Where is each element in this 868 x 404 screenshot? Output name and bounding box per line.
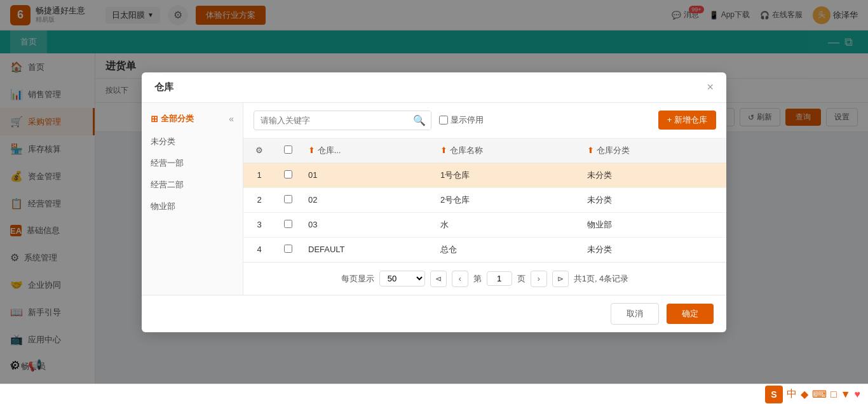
total-info: 共1页, 4条记录	[574, 273, 629, 285]
warehouse-table: ⚙ ⬆ 仓库... ⬆ 仓库名称	[243, 138, 726, 262]
row-name: 水	[433, 212, 580, 237]
table-row[interactable]: 4 DEFAULT 总仓 未分类	[243, 237, 726, 262]
row-name: 总仓	[433, 237, 580, 262]
row-index-num: 3	[243, 212, 275, 237]
search-button[interactable]: 🔍	[408, 111, 431, 130]
table-row[interactable]: 3 03 水 物业部	[243, 212, 726, 237]
confirm-button[interactable]: 确定	[667, 304, 714, 324]
row-index-num: 1	[243, 163, 275, 187]
modal-sidebar-items: 未分类经营一部经营二部物业部	[142, 131, 243, 217]
row-checkbox-cell	[275, 212, 301, 237]
modal-table-wrap: ⚙ ⬆ 仓库... ⬆ 仓库名称	[243, 138, 726, 262]
row-name: 1号仓库	[433, 163, 580, 187]
prev-page-button[interactable]: ‹	[452, 271, 468, 287]
per-page-label: 每页显示	[341, 273, 374, 285]
next-page-button[interactable]: ›	[531, 271, 547, 287]
modal-sidebar-item[interactable]: 未分类	[142, 131, 243, 152]
window-icon[interactable]: □	[831, 389, 837, 400]
page-unit: 页	[517, 273, 526, 285]
th-name: ⬆ 仓库名称	[433, 138, 580, 163]
status-bar: S 中 ◆ ⌨ □ ▼ ♥	[0, 384, 868, 404]
modal-title: 仓库	[154, 81, 173, 93]
row-index-num: 4	[243, 237, 275, 262]
row-code: DEFAULT	[301, 237, 433, 262]
row-code: 02	[301, 187, 433, 212]
row-category: 未分类	[580, 187, 726, 212]
sort-icon-category: ⬆	[587, 145, 594, 155]
row-checkbox[interactable]	[284, 245, 292, 253]
row-checkbox-cell	[275, 187, 301, 212]
modal-main-content: 🔍 显示停用 + 新增仓库 ⚙	[243, 103, 726, 295]
row-code: 03	[301, 212, 433, 237]
th-category: ⬆ 仓库分类	[580, 138, 726, 163]
modal-sidebar-title: ⊞ 全部分类	[151, 113, 194, 125]
dot-icon[interactable]: ◆	[801, 388, 808, 400]
chinese-icon[interactable]: 中	[787, 387, 797, 401]
search-box: 🔍	[254, 111, 431, 130]
page-label: 第	[473, 273, 482, 285]
sort-icon-code: ⬆	[308, 145, 315, 155]
table-row[interactable]: 1 01 1号仓库 未分类	[243, 163, 726, 187]
th-checkbox	[275, 138, 301, 163]
row-checkbox[interactable]	[284, 170, 292, 178]
row-index-num: 2	[243, 187, 275, 212]
warehouse-modal: 仓库 × ⊞ 全部分类 « 未分类经营一部经营二部物业部	[142, 72, 726, 332]
row-category: 未分类	[580, 237, 726, 262]
modal-action-footer: 取消 确定	[142, 295, 726, 332]
show-disabled-area: 显示停用	[439, 114, 484, 126]
grid-icon: ⊞	[151, 114, 158, 124]
row-category: 未分类	[580, 163, 726, 187]
modal-overlay: 仓库 × ⊞ 全部分类 « 未分类经营一部经营二部物业部	[0, 0, 868, 404]
add-warehouse-button[interactable]: + 新增仓库	[658, 111, 716, 130]
show-disabled-checkbox[interactable]	[439, 116, 448, 125]
th-settings: ⚙	[243, 138, 275, 163]
row-code: 01	[301, 163, 433, 187]
pagination: 每页显示 50 100 ⊲ ‹ 第 页 › ⊳ 共1页, 4条记录	[243, 262, 726, 295]
status-icons: S 中 ◆ ⌨ □ ▼ ♥	[765, 386, 860, 403]
modal-sidebar-item[interactable]: 经营二部	[142, 174, 243, 196]
show-disabled-label: 显示停用	[451, 114, 484, 126]
th-code: ⬆ 仓库...	[301, 138, 433, 163]
keyboard-icon[interactable]: ⌨	[812, 388, 827, 400]
row-checkbox[interactable]	[284, 220, 292, 228]
row-checkbox-cell	[275, 237, 301, 262]
select-all-checkbox[interactable]	[284, 145, 292, 154]
modal-sidebar-header: ⊞ 全部分类 «	[142, 109, 243, 131]
cancel-button[interactable]: 取消	[611, 303, 659, 325]
modal-toolbar: 🔍 显示停用 + 新增仓库	[243, 103, 726, 138]
heart-icon[interactable]: ♥	[855, 389, 861, 400]
s-brand-icon: S	[765, 386, 783, 403]
sort-icon-name: ⬆	[440, 145, 447, 155]
arrow-icon[interactable]: ▼	[841, 389, 851, 400]
modal-body: ⊞ 全部分类 « 未分类经营一部经营二部物业部 🔍	[142, 103, 726, 295]
modal-sidebar: ⊞ 全部分类 « 未分类经营一部经营二部物业部	[142, 103, 243, 295]
table-header-row: ⚙ ⬆ 仓库... ⬆ 仓库名称	[243, 138, 726, 163]
search-input[interactable]	[254, 112, 408, 128]
modal-close-button[interactable]: ×	[707, 81, 714, 93]
row-category: 物业部	[580, 212, 726, 237]
row-checkbox-cell	[275, 163, 301, 187]
modal-header: 仓库 ×	[142, 72, 726, 103]
warehouse-table-body: 1 01 1号仓库 未分类 2 02 2号仓库 未分类 3 03 水 物业部 4	[243, 163, 726, 262]
page-input[interactable]	[487, 271, 512, 286]
modal-sidebar-item[interactable]: 经营一部	[142, 152, 243, 174]
collapse-button[interactable]: «	[229, 114, 234, 124]
last-page-button[interactable]: ⊳	[552, 271, 569, 287]
modal-sidebar-item[interactable]: 物业部	[142, 196, 243, 217]
row-checkbox[interactable]	[284, 195, 292, 203]
table-row[interactable]: 2 02 2号仓库 未分类	[243, 187, 726, 212]
per-page-select[interactable]: 50 100	[379, 271, 425, 286]
th-settings-icon: ⚙	[255, 145, 263, 155]
row-name: 2号仓库	[433, 187, 580, 212]
first-page-button[interactable]: ⊲	[430, 271, 447, 287]
